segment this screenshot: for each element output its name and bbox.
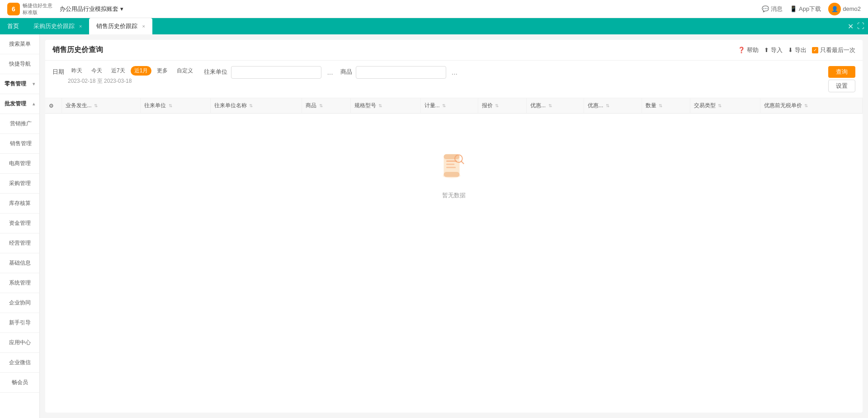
sidebar-item-marketing[interactable]: 营销推广	[0, 114, 39, 134]
sort-icon-product: ⇅	[319, 103, 323, 108]
product-dots[interactable]: ...	[452, 68, 458, 76]
col-unit[interactable]: 计量... ⇅	[420, 98, 478, 114]
export-button[interactable]: ⬇ 导出	[788, 46, 807, 54]
col-spec[interactable]: 规格型号 ⇅	[350, 98, 420, 114]
sidebar-system-mgmt-label: 系统管理	[9, 279, 31, 287]
checkbox-checked-icon: ✓	[812, 47, 818, 53]
date-btn-1month[interactable]: 近1月	[131, 66, 152, 76]
help-button[interactable]: ❓ 帮助	[738, 46, 759, 54]
sidebar-item-system-mgmt[interactable]: 系统管理	[0, 273, 39, 293]
sidebar-item-fund-mgmt[interactable]: 资金管理	[0, 214, 39, 233]
table-header-row: ⚙ 业务发生... ⇅ 往来单位 ⇅	[45, 98, 863, 114]
sidebar-enterprise-collab-label: 企业协同	[9, 299, 31, 307]
col-pre-tax-price[interactable]: 优惠前无税单价 ⇅	[760, 98, 862, 114]
sidebar-item-member[interactable]: 畅会员	[0, 373, 39, 393]
user-action[interactable]: 👤 demo2	[828, 3, 861, 15]
tab-home[interactable]: 首页	[0, 18, 26, 34]
tab-purchase-history[interactable]: 采购历史价跟踪 ×	[26, 18, 89, 34]
sort-icon-unit: ⇅	[442, 103, 446, 108]
sidebar-quick-nav-label: 快捷导航	[9, 60, 31, 68]
sidebar-item-enterprise-collab[interactable]: 企业协同	[0, 293, 39, 313]
col-partner-code[interactable]: 往来单位 ⇅	[141, 98, 211, 114]
query-button[interactable]: 查询	[828, 66, 855, 78]
col-unit-label: 计量...	[425, 102, 440, 109]
col-biz-date[interactable]: 业务发生... ⇅	[61, 98, 141, 114]
page-title-actions: ❓ 帮助 ⬆ 导入 ⬇ 导出 ✓ 只看最后一次	[738, 46, 855, 54]
export-icon: ⬇	[788, 47, 793, 53]
sidebar-item-enterprise-wechat[interactable]: 企业微信	[0, 353, 39, 373]
sidebar-item-search-menu[interactable]: 搜索菜单	[0, 34, 39, 54]
chevron-up-icon: ▴	[33, 101, 35, 106]
col-quoted-price-label: 报价	[482, 102, 493, 109]
workspace-selector[interactable]: 办公用品行业模拟账套 ▾	[56, 3, 127, 15]
data-table: ⚙ 业务发生... ⇅ 往来单位 ⇅	[45, 98, 863, 114]
sort-icon-partner-code: ⇅	[169, 103, 172, 108]
header-left: 6 畅捷信好生意 标准版 办公用品行业模拟账套 ▾	[7, 2, 127, 15]
close-window-icon[interactable]: ✕	[848, 22, 854, 31]
sort-icon-trade-type: ⇅	[718, 103, 722, 108]
settings-button[interactable]: 设置	[828, 80, 855, 92]
sidebar-item-wholesale-mgmt[interactable]: 批发管理 ▴	[0, 94, 39, 114]
date-btn-custom[interactable]: 自定义	[173, 66, 197, 76]
sidebar-item-inventory[interactable]: 库存核算	[0, 194, 39, 214]
partner-input-group: ...	[231, 66, 333, 79]
sidebar-item-ops-mgmt[interactable]: 经营管理	[0, 233, 39, 253]
content-area: 销售历史价查询 ❓ 帮助 ⬆ 导入 ⬇ 导出	[40, 34, 868, 418]
col-settings[interactable]: ⚙	[45, 98, 61, 114]
sidebar-item-sales-mgmt[interactable]: 销售管理	[0, 134, 39, 154]
col-product[interactable]: 商品 ⇅	[302, 98, 350, 114]
partner-dots[interactable]: ...	[327, 68, 333, 76]
col-discount1[interactable]: 优惠... ⇅	[527, 98, 584, 114]
header-right: 💬 消息 📱 App下载 👤 demo2	[762, 3, 861, 15]
tab-sales-history[interactable]: 销售历史价跟踪 ×	[89, 18, 152, 34]
col-partner-name-label: 往来单位名称	[214, 102, 247, 109]
sidebar-item-purchase-mgmt[interactable]: 采购管理	[0, 174, 39, 194]
only-last-checkbox[interactable]: ✓ 只看最后一次	[812, 46, 855, 54]
sidebar-item-retail-mgmt[interactable]: 零售管理 ▾	[0, 74, 39, 94]
app-download-action[interactable]: 📱 App下载	[790, 5, 821, 13]
logo-char: 6	[12, 5, 15, 13]
sidebar-item-app-center[interactable]: 应用中心	[0, 333, 39, 353]
sidebar-item-new-user-guide[interactable]: 新手引导	[0, 313, 39, 333]
date-btn-7days[interactable]: 近7天	[108, 66, 129, 76]
partner-filter-label: 往来单位	[204, 66, 227, 76]
message-action[interactable]: 💬 消息	[762, 5, 783, 13]
sidebar-purchase-mgmt-label: 采购管理	[9, 180, 31, 187]
sidebar-search-menu-label: 搜索菜单	[9, 40, 31, 48]
filter-actions: 查询 设置	[828, 66, 855, 92]
import-label: 导入	[771, 46, 783, 54]
sidebar-item-ecommerce[interactable]: 电商管理	[0, 154, 39, 174]
date-filter-label: 日期	[52, 66, 64, 76]
date-btn-more[interactable]: 更多	[153, 66, 171, 76]
product-input[interactable]	[356, 66, 446, 79]
col-discount2-label: 优惠...	[588, 102, 603, 109]
sidebar-ecommerce-label: 电商管理	[9, 160, 31, 167]
username: demo2	[843, 5, 861, 12]
import-button[interactable]: ⬆ 导入	[764, 46, 783, 54]
col-spec-label: 规格型号	[354, 102, 376, 109]
partner-input[interactable]	[231, 66, 321, 79]
sales-history-tab-close[interactable]: ×	[142, 24, 145, 29]
empty-illustration	[436, 150, 472, 186]
col-discount2[interactable]: 优惠... ⇅	[584, 98, 642, 114]
purchase-history-tab-label: 采购历史价跟踪	[33, 22, 75, 30]
date-filter-group: 日期 昨天 今天 近7天 近1月 更多 自定义 2023-02-18 至 202…	[52, 66, 197, 85]
date-btn-yesterday[interactable]: 昨天	[68, 66, 86, 76]
sales-history-tab-label: 销售历史价跟踪	[96, 22, 137, 30]
no-data-icon	[436, 150, 467, 181]
sidebar-item-basic-info[interactable]: 基础信息	[0, 253, 39, 273]
col-partner-name[interactable]: 往来单位名称 ⇅	[211, 98, 302, 114]
sidebar-retail-mgmt-label: 零售管理	[5, 80, 26, 88]
import-icon: ⬆	[764, 47, 769, 53]
maximize-icon[interactable]: ⛶	[857, 22, 864, 30]
date-btn-today[interactable]: 今天	[88, 66, 106, 76]
col-trade-type[interactable]: 交易类型 ⇅	[690, 98, 760, 114]
sidebar-item-quick-nav[interactable]: 快捷导航	[0, 54, 39, 74]
col-quoted-price[interactable]: 报价 ⇅	[478, 98, 526, 114]
sidebar-basic-info-label: 基础信息	[9, 259, 31, 267]
col-pre-tax-price-label: 优惠前无税单价	[764, 102, 802, 109]
page-title-bar: 销售历史价查询 ❓ 帮助 ⬆ 导入 ⬇ 导出	[45, 40, 863, 61]
sidebar-wholesale-mgmt-label: 批发管理	[5, 100, 26, 108]
col-quantity[interactable]: 数量 ⇅	[642, 98, 690, 114]
purchase-history-tab-close[interactable]: ×	[79, 24, 82, 29]
